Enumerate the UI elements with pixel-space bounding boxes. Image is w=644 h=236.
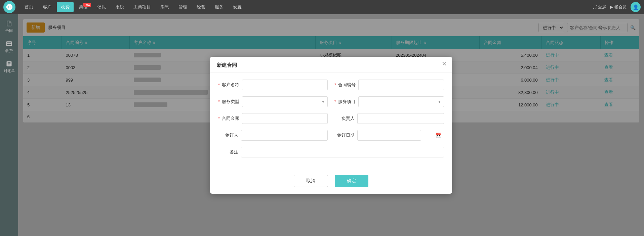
nav-business[interactable]: 工商项目 [129, 2, 155, 12]
service-type-select[interactable] [242, 96, 328, 107]
top-navigation: 首页 客户 收费 票据 new 记账 报税 工商项目 消息 管理 经营 服务 设… [0, 0, 644, 14]
fullscreen-icon: ⛶ [593, 5, 597, 9]
user-avatar[interactable]: 👤 [631, 2, 641, 12]
contract-no-label: * 合同编号 [334, 82, 356, 88]
form-group-sign-date: 签订日期 2023-06-06 📅 [334, 130, 444, 141]
signer-input[interactable] [241, 130, 328, 141]
service-type-wrapper: ▼ [242, 96, 328, 107]
form-group-customer: * 客户名称 [218, 80, 328, 90]
member-button[interactable]: ▶ 畅会员 [610, 4, 627, 10]
sign-date-label: 签订日期 [334, 132, 355, 138]
sidebar: 合同 收费 对账单 [0, 14, 18, 236]
nav-items: 首页 客户 收费 票据 new 记账 报税 工商项目 消息 管理 经营 服务 设… [21, 2, 593, 12]
nav-billing[interactable]: 收费 [57, 2, 74, 12]
billing-icon [6, 40, 12, 47]
contract-no-input[interactable] [358, 80, 444, 90]
form-row-2: * 服务类型 ▼ * [218, 96, 444, 107]
form-row-5: 备注 [218, 147, 444, 157]
responsible-label: 负责人 [334, 115, 355, 122]
responsible-input[interactable] [357, 113, 444, 124]
main-layout: 合同 收费 对账单 新增 服务项目 [0, 14, 644, 236]
note-input[interactable] [241, 147, 444, 157]
required-star-4: * [334, 99, 336, 104]
sign-date-input[interactable]: 2023-06-06 [357, 130, 421, 141]
customer-name-input[interactable] [242, 80, 328, 90]
nav-service[interactable]: 服务 [211, 2, 228, 12]
modal-header: 新建合同 ✕ [210, 57, 452, 73]
form-row-3: * 合同金额 0.00 负责人 [218, 113, 444, 124]
nav-tax[interactable]: 报税 [111, 2, 128, 12]
nav-customer[interactable]: 客户 [39, 2, 55, 12]
form-group-note: 备注 [218, 147, 444, 157]
nav-invoice[interactable]: 票据 new [75, 2, 92, 12]
form-row-1: * 客户名称 * 合同编号 [218, 80, 444, 90]
modal-close-button[interactable]: ✕ [442, 61, 447, 67]
modal-footer: 取消 确定 [210, 170, 452, 194]
form-group-service-type: * 服务类型 ▼ [218, 96, 328, 107]
new-contract-modal: 新建合同 ✕ * 客户名称 [210, 57, 452, 194]
app-logo[interactable] [3, 1, 15, 13]
required-star-3: * [218, 99, 220, 104]
customer-name-label: * 客户名称 [218, 82, 239, 88]
note-label: 备注 [218, 149, 238, 155]
sidebar-item-reconcile[interactable]: 对账单 [1, 58, 17, 76]
service-item-wrapper: ▼ [358, 96, 444, 107]
play-icon: ▶ [610, 5, 613, 9]
modal-title: 新建合同 [217, 62, 237, 68]
form-row-4: 签订人 签订日期 2023-06-06 📅 [218, 130, 444, 141]
contract-icon [6, 20, 12, 27]
amount-label: * 合同金额 [218, 115, 239, 122]
form-group-amount: * 合同金额 0.00 [218, 113, 328, 124]
required-star-1: * [218, 82, 220, 87]
service-item-select[interactable] [358, 96, 444, 107]
right-actions: ⛶ 全屏 ▶ 畅会员 👤 [593, 2, 641, 12]
nav-home[interactable]: 首页 [21, 2, 37, 12]
confirm-button[interactable]: 确定 [335, 175, 368, 187]
new-badge: new [83, 3, 91, 7]
nav-records[interactable]: 记账 [93, 2, 110, 12]
modal-overlay: 新建合同 ✕ * 客户名称 [18, 14, 644, 236]
fullscreen-button[interactable]: ⛶ 全屏 [593, 4, 606, 10]
form-group-service-item: * 服务项目 ▼ [334, 96, 444, 107]
date-input-wrapper: 2023-06-06 📅 [357, 130, 444, 141]
modal-body: * 客户名称 * 合同编号 [210, 73, 452, 170]
nav-messages[interactable]: 消息 [156, 2, 173, 12]
service-type-label: * 服务类型 [218, 99, 239, 105]
required-star-5: * [218, 116, 220, 121]
sidebar-item-billing[interactable]: 收费 [1, 38, 17, 56]
service-item-label: * 服务项目 [334, 99, 356, 105]
sidebar-item-contract[interactable]: 合同 [1, 17, 17, 36]
form-group-contract-no: * 合同编号 [334, 80, 444, 90]
nav-manage[interactable]: 管理 [174, 2, 191, 12]
content-area: 新增 服务项目 进行中 已结束 全部 🔍 序号 合同编号 [18, 14, 644, 236]
signer-label: 签订人 [218, 132, 238, 138]
nav-operations[interactable]: 经营 [193, 2, 209, 12]
cancel-button[interactable]: 取消 [294, 175, 328, 187]
nav-settings[interactable]: 设置 [229, 2, 246, 12]
form-group-signer: 签订人 [218, 130, 328, 141]
amount-input[interactable]: 0.00 [242, 113, 328, 124]
calendar-icon: 📅 [436, 133, 441, 138]
required-star-2: * [334, 82, 336, 87]
form-group-responsible: 负责人 [334, 113, 444, 124]
reconcile-icon [6, 60, 12, 67]
